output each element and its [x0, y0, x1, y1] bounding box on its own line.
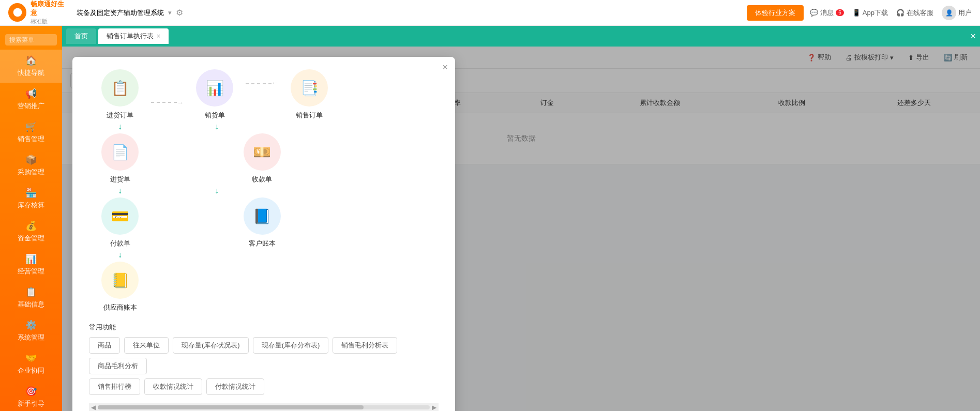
arrow-down-5-wrap: ↓	[184, 184, 340, 197]
flow-node-customer-ledger[interactable]: 📘 客户账本	[231, 197, 293, 248]
func-buttons-row2: 销售排行榜 收款情况统计 付款情况统计	[89, 378, 439, 395]
message-badge: 6	[836, 9, 844, 16]
customer-ledger-icon: 📘	[244, 197, 281, 235]
sidebar-item-newbie[interactable]: 🎯 新手引导	[0, 380, 62, 411]
sidebar-item-quick-nav[interactable]: 🏠 快捷导航	[0, 50, 62, 83]
h-arrows-col: →	[151, 69, 184, 282]
system-dropdown-icon[interactable]: ▾	[168, 9, 172, 17]
sidebar-item-operations[interactable]: 📊 经营管理	[0, 248, 62, 281]
home-icon: 🏠	[25, 55, 37, 66]
flow-node-purchase-bill[interactable]: 📄 进货单	[89, 133, 151, 184]
func-btn-inventory-dist[interactable]: 现存量(库存分布表)	[253, 337, 329, 354]
func-btn-receipt-stats[interactable]: 收款情况统计	[144, 378, 202, 395]
sidebar: 🏠 快捷导航 📢 营销推广 🛒 销售管理 📦 采购管理 🏪 库存核算 💰	[0, 26, 62, 411]
scroll-left-arrow[interactable]: ◀	[91, 404, 96, 411]
app-download-item[interactable]: 📱 App下载	[852, 8, 888, 18]
logo-text: 畅康通好生意 标准版	[31, 0, 70, 25]
sidebar-item-purchase[interactable]: 📦 采购管理	[0, 149, 62, 182]
payment-bill-icon: 💳	[101, 197, 139, 235]
right-flow-col: 📊 销货单 →	[184, 69, 340, 248]
sidebar-item-finance[interactable]: 💰 资金管理	[0, 215, 62, 248]
func-btn-payment-stats[interactable]: 付款情况统计	[206, 378, 264, 395]
sidebar-item-inventory[interactable]: 🏪 库存核算	[0, 182, 62, 215]
func-btn-inventory-status[interactable]: 现存量(库存状况表)	[173, 337, 249, 354]
sidebar-item-system[interactable]: ⚙️ 系统管理	[0, 314, 62, 347]
operations-icon: 📊	[25, 253, 37, 265]
func-btn-product[interactable]: 商品	[89, 337, 120, 354]
common-functions: 常用功能 商品 往来单位 现存量(库存状况表) 现存量(库存分布表) 销售毛利分…	[89, 323, 439, 395]
flow-node-sales-bill[interactable]: 📊 销货单	[184, 69, 246, 120]
tab-sales-orders[interactable]: 销售订单执行表 ×	[98, 28, 169, 44]
scroll-track[interactable]	[98, 405, 430, 409]
message-item[interactable]: 💬 消息 6	[810, 8, 844, 18]
logo-area: 畅康通好生意 标准版	[8, 0, 70, 25]
func-btn-sales-ranking[interactable]: 销售排行榜	[89, 378, 140, 395]
left-flow-col: 📋 进货订单 ↓ 📄 进货单	[89, 69, 151, 312]
marketing-icon: 📢	[25, 88, 37, 99]
h-arrow-purchase-order: →	[151, 84, 184, 121]
supplier-ledger-icon: 📒	[101, 262, 139, 299]
overlay[interactable]: × 📋 进货订单	[62, 47, 980, 411]
sidebar-item-sales[interactable]: 🛒 销售管理	[0, 116, 62, 149]
right-top-row: 📊 销货单 →	[184, 69, 340, 120]
purchase-order-icon: 📋	[101, 69, 139, 106]
arrow-down-4: ↓	[215, 122, 219, 131]
scroll-right-arrow[interactable]: ▶	[432, 404, 436, 411]
user-item[interactable]: 👤 用户	[942, 6, 972, 20]
online-service-item[interactable]: 🎧 在线客服	[896, 8, 933, 18]
message-icon: 💬	[810, 9, 818, 17]
flow-node-sales-order[interactable]: 📑 销售订单	[278, 69, 340, 120]
sales-icon: 🛒	[25, 121, 37, 132]
flow-node-payment-bill[interactable]: 💳 付款单	[89, 197, 151, 248]
logo-icon	[8, 3, 26, 22]
popup-close-button[interactable]: ×	[442, 62, 448, 73]
flow-node-purchase-order[interactable]: 📋 进货订单	[89, 69, 151, 120]
func-buttons-row1: 商品 往来单位 现存量(库存状况表) 现存量(库存分布表) 销售毛利分析表 商品…	[89, 337, 439, 374]
inventory-icon: 🏪	[25, 187, 37, 199]
arrow-down-1: ↓	[118, 122, 122, 131]
system-name: 装备及固定资产辅助管理系统 ▾ ⚙	[77, 8, 741, 18]
system-icon: ⚙️	[25, 319, 37, 331]
arrow-down-4-wrap: ↓	[184, 120, 340, 133]
basic-icon: 📋	[25, 286, 37, 298]
popup-body: 📋 进货订单 ↓ 📄 进货单	[72, 57, 455, 411]
enterprise-icon: 🤝	[25, 353, 37, 364]
purchase-bill-icon: 📄	[101, 133, 139, 171]
popup-dialog: × 📋 进货订单	[72, 57, 455, 411]
sidebar-item-basic[interactable]: 📋 基础信息	[0, 281, 62, 314]
newbie-icon: 🎯	[25, 386, 37, 397]
func-btn-product-profit[interactable]: 商品毛利分析	[89, 358, 147, 374]
func-btn-sales-profit[interactable]: 销售毛利分析表	[333, 337, 397, 354]
flow-node-supplier-ledger[interactable]: 📒 供应商账本	[89, 262, 151, 312]
tab-close-icon[interactable]: ×	[157, 33, 160, 40]
scroll-bar: ◀ ▶	[89, 403, 439, 411]
svg-point-0	[13, 8, 22, 17]
h-dashed-arrow: →	[246, 69, 278, 87]
sales-bill-icon: 📊	[196, 69, 233, 106]
header-right: 💬 消息 6 📱 App下载 🎧 在线客服 👤 用户	[810, 6, 972, 20]
sidebar-search-area	[0, 30, 62, 50]
trial-button[interactable]: 体验行业方案	[747, 5, 804, 21]
common-func-title: 常用功能	[89, 323, 439, 332]
receipt-bill-icon: 💴	[244, 133, 281, 171]
arrow-down-5: ↓	[215, 186, 219, 195]
sidebar-item-marketing[interactable]: 📢 营销推广	[0, 83, 62, 116]
flow-node-receipt-bill[interactable]: 💴 收款单	[231, 133, 293, 184]
system-name-text: 装备及固定资产辅助管理系统	[77, 8, 164, 18]
search-input[interactable]	[5, 34, 57, 45]
finance-icon: 💰	[25, 220, 37, 232]
func-btn-contacts[interactable]: 往来单位	[124, 337, 169, 354]
tab-home[interactable]: 首页	[66, 28, 96, 44]
settings-gear-icon[interactable]: ⚙	[176, 8, 183, 18]
sidebar-item-enterprise[interactable]: 🤝 企业协同	[0, 347, 62, 380]
flow-diagram: 📋 进货订单 ↓ 📄 进货单	[89, 69, 439, 312]
tab-bar: 首页 销售订单执行表 × ×	[62, 26, 980, 47]
app-download-icon: 📱	[852, 9, 861, 17]
arrow-down-3: ↓	[118, 250, 122, 260]
window-close-icon[interactable]: ×	[970, 31, 976, 42]
arrow-down-2: ↓	[118, 186, 122, 195]
avatar: 👤	[942, 6, 956, 20]
content-area: 首页 销售订单执行表 × × ❓ 帮助 🖨 按	[62, 26, 980, 411]
headset-icon: 🎧	[896, 9, 904, 17]
purchase-icon: 📦	[25, 154, 37, 165]
